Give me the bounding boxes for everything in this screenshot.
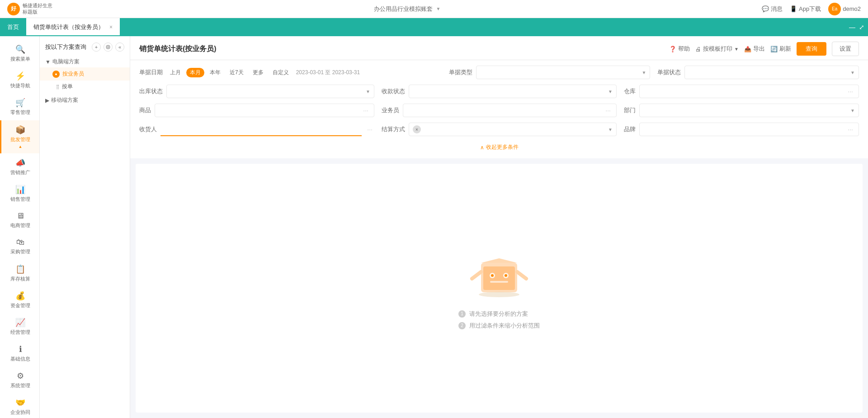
avatar: Ea <box>828 3 841 15</box>
filter-area: 单据日期 上月 本月 本年 近7天 更多 自定义 2023-03-01 至 20… <box>130 60 868 158</box>
sidebar-item-sales[interactable]: 📊 销售管理 <box>0 180 39 207</box>
settlement-select[interactable]: × ▼ <box>409 123 617 136</box>
export-btn[interactable]: 📤 导出 <box>744 45 765 53</box>
warehouse-select[interactable]: ··· <box>639 85 859 98</box>
tab-home[interactable]: 首页 <box>0 18 26 36</box>
sidebar-item-ecommerce[interactable]: 🖥 电商管理 <box>0 207 39 233</box>
doc-type-select[interactable]: ▼ <box>476 66 651 79</box>
query-btn[interactable]: 查询 <box>797 42 826 56</box>
tab-bar-right: — ⤢ <box>849 24 868 31</box>
download-icon: 📱 <box>790 5 797 12</box>
date-btn-this-year[interactable]: 本年 <box>206 68 224 77</box>
sidebar-item-system[interactable]: ⚙ 系统管理 <box>0 366 39 393</box>
doc-type-label: 单据类型 <box>449 68 472 76</box>
export-icon: 📤 <box>744 46 751 52</box>
sidebar-item-finance[interactable]: 💰 资金管理 <box>0 286 39 313</box>
payment-status-arrow: ▼ <box>608 89 613 94</box>
date-filter-buttons: 上月 本月 本年 近7天 更多 自定义 <box>166 68 292 77</box>
active-scheme-dot: ● <box>52 71 60 78</box>
receiver-input[interactable] <box>160 123 362 136</box>
filter-warehouse: 仓库 ··· <box>624 85 859 98</box>
salesperson-select[interactable]: ··· <box>403 104 617 117</box>
settlement-clear-btn[interactable]: × <box>413 125 421 133</box>
payment-status-select[interactable]: ▼ <box>409 85 617 98</box>
setting-btn[interactable]: 设置 <box>832 42 859 56</box>
sidebar-label-search-menu: 搜索菜单 <box>10 56 30 62</box>
tab-close-btn[interactable]: × <box>109 24 113 30</box>
scheme-item-by-salesperson[interactable]: ● 按业务员 <box>40 67 130 81</box>
scheme-salesperson-label: 按业务员 <box>62 70 84 78</box>
page-header: 销货单统计表(按业务员) ❓ 帮助 🖨 按模板打印 ▼ 📤 导出 <box>130 36 868 60</box>
date-label: 单据日期 <box>139 68 163 76</box>
sidebar-item-wholesale[interactable]: 📦 批发管理 ▲ <box>0 120 39 153</box>
help-btn[interactable]: ❓ 帮助 <box>669 45 690 53</box>
system-icon: ⚙ <box>17 371 24 381</box>
sidebar-item-operations[interactable]: 📈 经营管理 <box>0 313 39 340</box>
sidebar-label-finance: 资金管理 <box>10 303 30 309</box>
tab-active[interactable]: 销货单统计表（按业务员） × <box>26 18 120 36</box>
sidebar-item-purchase[interactable]: 🛍 采购管理 <box>0 233 39 259</box>
tab-minimize-icon[interactable]: — <box>849 24 855 31</box>
ecommerce-icon: 🖥 <box>16 211 24 221</box>
svg-line-11 <box>517 272 526 279</box>
retail-icon: 🛒 <box>15 98 25 108</box>
date-btn-last-month[interactable]: 上月 <box>166 68 184 77</box>
print-dropdown-icon: ▼ <box>734 47 739 52</box>
warehouse-dots[interactable]: ··· <box>846 88 855 95</box>
payment-status-label: 收款状态 <box>382 87 405 95</box>
filter-row-1: 单据日期 上月 本月 本年 近7天 更多 自定义 2023-03-01 至 20… <box>139 66 859 79</box>
sidebar-item-basic[interactable]: ℹ 基础信息 <box>0 340 39 366</box>
finance-icon: 💰 <box>15 291 25 301</box>
receiver-label: 收货人 <box>139 125 157 133</box>
filter-row-3: 商品 ··· 业务员 ··· 部门 <box>139 104 859 117</box>
date-btn-more[interactable]: 更多 <box>249 68 267 77</box>
sidebar-item-retail[interactable]: 🛒 零售管理 <box>0 93 39 120</box>
scheme-collapse-btn[interactable]: « <box>115 43 124 52</box>
goods-select[interactable]: ··· <box>155 104 374 117</box>
svg-point-8 <box>505 274 507 277</box>
sidebar-item-search-menu[interactable]: 🔍 搜索菜单 <box>0 40 39 66</box>
scheme-add-btn[interactable]: + <box>92 43 101 52</box>
logo-icon: 好 <box>7 3 20 15</box>
scheme-mobile-section[interactable]: ▶ 移动端方案 <box>40 95 130 106</box>
salesperson-dots[interactable]: ··· <box>604 107 613 114</box>
workspace-selector[interactable]: 办公用品行业模拟账套 ▼ <box>374 5 441 13</box>
sidebar-item-marketing[interactable]: 📣 营销推广 <box>0 153 39 180</box>
filter-dept: 部门 ▼ <box>624 104 859 117</box>
edit-icon <box>106 45 110 49</box>
sidebar-item-corp[interactable]: 🤝 企业协同 <box>0 393 39 418</box>
out-status-select[interactable]: ▼ <box>166 85 374 98</box>
collapse-btn[interactable]: ∧ 收起更多条件 <box>139 142 859 153</box>
filter-brand: 品牌 ··· <box>624 123 859 136</box>
svg-line-10 <box>472 272 481 279</box>
date-btn-this-month[interactable]: 本月 <box>186 68 204 77</box>
settlement-label: 结算方式 <box>382 125 405 133</box>
receiver-dots[interactable]: ··· <box>365 126 374 133</box>
filter-row-4: 收货人 ··· 结算方式 × ▼ 品牌 ··· <box>139 123 859 136</box>
date-btn-7days[interactable]: 近7天 <box>226 68 247 77</box>
app-download-btn[interactable]: 📱 App下载 <box>790 5 821 13</box>
scheme-edit-btn[interactable] <box>104 43 113 52</box>
date-btn-custom[interactable]: 自定义 <box>269 68 292 77</box>
brand-dots[interactable]: ··· <box>846 126 855 133</box>
right-content: 销货单统计表(按业务员) ❓ 帮助 🖨 按模板打印 ▼ 📤 导出 <box>130 36 868 418</box>
filter-doc-type: 单据类型 ▼ <box>449 66 651 79</box>
refresh-btn[interactable]: 🔄 刷新 <box>770 45 791 53</box>
mobile-section-label: 移动端方案 <box>51 96 78 104</box>
brand-select[interactable]: ··· <box>639 123 859 136</box>
print-btn[interactable]: 🖨 按模板打印 ▼ <box>695 45 739 53</box>
chevron-down-icon: ▼ <box>45 59 51 65</box>
goods-dots[interactable]: ··· <box>361 107 370 114</box>
out-status-label: 出库状态 <box>139 87 163 95</box>
dept-select[interactable]: ▼ <box>639 104 859 117</box>
tab-maximize-icon[interactable]: ⤢ <box>859 24 864 31</box>
user-btn[interactable]: Ea demo2 <box>828 3 861 15</box>
message-btn[interactable]: 💬 消息 <box>762 5 783 13</box>
sidebar-item-quick-nav[interactable]: ⚡ 快捷导航 <box>0 66 39 93</box>
content-area: 按以下方案查询 + « ▼ 电脑端方案 ● 按业务员 <box>40 36 868 418</box>
scheme-desktop-header[interactable]: ▼ 电脑端方案 <box>40 56 130 67</box>
scheme-sub-item-by-order[interactable]: ⣿ 按单 <box>40 81 130 93</box>
doc-status-select[interactable]: ▼ <box>684 66 859 79</box>
collapse-icon: ∧ <box>480 144 484 151</box>
sidebar-item-inventory[interactable]: 📋 库存核算 <box>0 260 39 286</box>
